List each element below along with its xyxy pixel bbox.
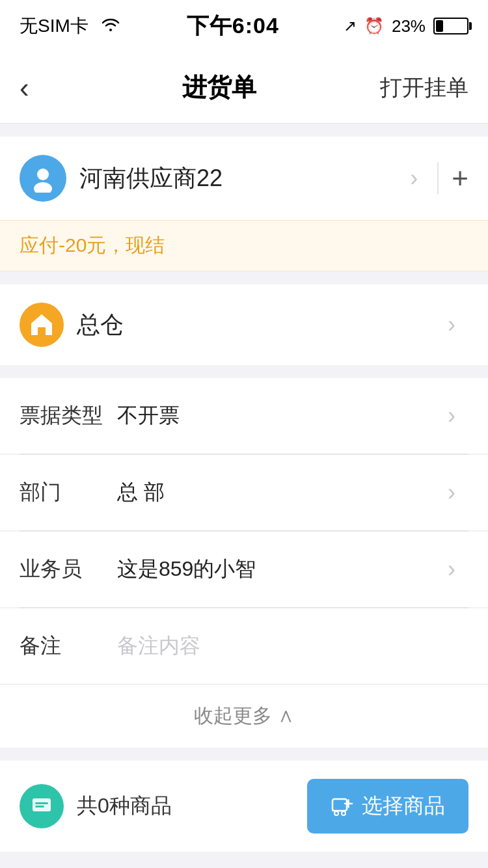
svg-point-11 [334,811,338,815]
invoice-value: 不开票 [117,401,448,430]
chevron-right-invoice-icon: › [448,402,455,429]
wifi-icon [99,16,122,36]
product-count: 共0种商品 [77,792,307,821]
divider [437,162,439,195]
status-bar: 无SIM卡 下午6:04 ↗ ⏰ 23% [0,0,488,52]
remark-label: 备注 [20,632,117,660]
cart-icon [29,793,55,819]
page-title: 进货单 [182,71,256,104]
chevron-right-icon: › [410,165,418,192]
sales-row[interactable]: 业务员 这是859的小智 › [0,532,488,607]
battery-percent: 23% [392,16,426,36]
collapse-label[interactable]: 收起更多 ∧ [194,703,293,729]
section-gap-2 [0,271,488,284]
chevron-right-sales-icon: › [448,556,455,583]
alert-banner: 应付-20元，现结 [0,220,488,271]
section-gap-3 [0,365,488,378]
back-button[interactable]: ‹ [20,72,59,104]
supplier-avatar [20,155,66,202]
warehouse-name: 总仓 [77,309,448,341]
dept-label: 部门 [20,478,117,507]
carrier-label: 无SIM卡 [20,14,88,38]
add-supplier-button[interactable]: + [452,162,468,195]
sales-label: 业务员 [20,555,117,584]
svg-rect-6 [35,802,48,804]
supplier-name: 河南供应商22 [79,163,410,195]
supplier-row[interactable]: 河南供应商22 › + [0,137,488,220]
nav-bar: ‹ 进货单 打开挂单 [0,52,488,124]
battery-icon [433,18,468,34]
status-left: 无SIM卡 [20,14,122,38]
dept-row[interactable]: 部门 总 部 › [0,455,488,530]
invoice-row[interactable]: 票据类型 不开票 › [0,378,488,454]
product-icon [20,784,64,828]
warehouse-icon [20,303,64,347]
remark-row[interactable]: 备注 备注内容 [0,608,488,684]
svg-rect-8 [332,799,347,811]
house-icon [29,312,55,338]
svg-point-0 [37,169,49,180]
chevron-right-dept-icon: › [448,479,455,506]
alert-text: 应付-20元，现结 [20,234,165,256]
select-product-icon [331,794,354,818]
chevron-right-warehouse-icon: › [448,311,455,338]
status-right: ↗ ⏰ 23% [344,16,468,36]
open-pending-button[interactable]: 打开挂单 [380,73,468,103]
svg-point-1 [34,182,52,193]
location-icon: ↗ [344,17,357,35]
svg-point-12 [342,811,346,815]
time-label: 下午6:04 [187,11,279,41]
select-product-button[interactable]: 选择商品 [307,779,468,834]
product-section: 共0种商品 选择商品 [0,761,488,852]
invoice-label: 票据类型 [20,401,117,430]
svg-rect-5 [33,798,51,811]
svg-rect-7 [35,806,44,807]
warehouse-row[interactable]: 总仓 › [0,284,488,365]
svg-rect-3 [38,327,46,335]
section-gap-1 [0,124,488,137]
select-product-label: 选择商品 [362,792,445,821]
person-icon [29,164,57,193]
sales-value: 这是859的小智 [117,555,448,584]
collapse-row[interactable]: 收起更多 ∧ [0,684,488,748]
dept-value: 总 部 [117,478,448,507]
remark-placeholder[interactable]: 备注内容 [117,632,468,660]
alarm-icon: ⏰ [364,17,384,35]
